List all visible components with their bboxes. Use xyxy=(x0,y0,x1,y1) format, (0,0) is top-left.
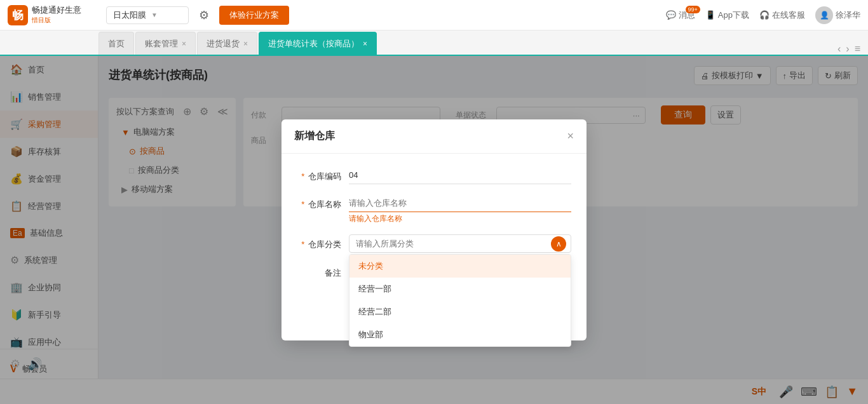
category-dropdown: 未分类 经营一部 经营二部 物业部 xyxy=(349,254,571,347)
code-required-star: * xyxy=(301,172,304,181)
dropdown-item-unclassified[interactable]: 未分类 xyxy=(349,255,571,278)
category-required-star: * xyxy=(301,239,304,249)
tab-purchase-stat-label: 进货单统计表（按商品） xyxy=(268,38,359,50)
dropdown-item-dept1[interactable]: 经营一部 xyxy=(349,278,571,300)
tab-home[interactable]: 首页 xyxy=(98,32,134,55)
category-toggle-btn[interactable]: ∧ xyxy=(551,236,566,252)
store-name: 日太阳膜 xyxy=(113,10,146,21)
tab-accounts-close[interactable]: × xyxy=(182,39,186,48)
code-label: * 仓库编码 xyxy=(297,166,341,182)
category-label: * 仓库分类 xyxy=(297,234,341,250)
app-download-btn[interactable]: 📱 App下载 xyxy=(705,10,749,21)
online-service-btn[interactable]: 🎧 在线客服 xyxy=(759,10,805,21)
tab-purchase-return-close[interactable]: × xyxy=(243,39,248,48)
tab-purchase-return-label: 进货退货 xyxy=(207,38,240,50)
modal-backdrop: 新增仓库 × * 仓库编码 * 仓库名称 xyxy=(0,56,868,404)
tab-purchase-return[interactable]: 进货退货 × xyxy=(197,32,257,55)
dropdown-item-dept2[interactable]: 经营二部 xyxy=(349,300,571,323)
tab-purchase-stat-close[interactable]: × xyxy=(363,39,367,48)
category-input[interactable] xyxy=(349,234,571,253)
tab-menu-icon[interactable]: ≡ xyxy=(855,43,860,55)
header-right: 💬 消息 99+ 📱 App下载 🎧 在线客服 👤 徐泽华 xyxy=(666,6,860,24)
logo-sub-text: 惜目版 xyxy=(32,16,81,25)
store-selector[interactable]: 日太阳膜 ▼ xyxy=(106,6,189,24)
name-error-tip: 请输入仓库名称 xyxy=(349,213,571,224)
trial-button[interactable]: 体验行业方案 xyxy=(219,6,289,25)
tab-accounts[interactable]: 账套管理 × xyxy=(135,32,196,55)
code-input[interactable] xyxy=(349,166,571,184)
remark-label: 备注 xyxy=(297,263,341,279)
code-field-group: * 仓库编码 xyxy=(297,166,571,184)
tab-bar: 首页 账套管理 × 进货退货 × 进货单统计表（按商品） × ‹ › ≡ xyxy=(0,30,868,56)
user-avatar: 👤 xyxy=(815,6,833,24)
category-field-group: * 仓库分类 ∧ 未分类 经营一部 经营二部 物业部 xyxy=(297,234,571,253)
headset-icon: 🎧 xyxy=(759,10,770,20)
phone-icon: 📱 xyxy=(705,10,715,20)
tab-bar-actions: ‹ › ≡ xyxy=(830,43,868,55)
code-field-wrap xyxy=(349,166,571,184)
notification-btn[interactable]: 💬 消息 99+ xyxy=(666,10,695,21)
top-header: 畅 畅捷通好生意 惜目版 日太阳膜 ▼ ⚙ 体验行业方案 💬 消息 99+ 📱 … xyxy=(0,0,868,30)
modal-title: 新增仓库 xyxy=(294,130,335,143)
name-input[interactable] xyxy=(349,194,571,212)
logo-text: 畅捷通好生意 惜目版 xyxy=(32,5,81,25)
modal-header: 新增仓库 × xyxy=(281,119,587,154)
logo-icon: 畅 xyxy=(8,5,28,25)
category-select-wrap: ∧ 未分类 经营一部 经营二部 物业部 xyxy=(349,234,571,253)
tab-prev-icon[interactable]: ‹ xyxy=(837,43,841,55)
gear-button[interactable]: ⚙ xyxy=(194,5,214,25)
notification-badge: 99+ xyxy=(686,6,700,13)
tab-next-icon[interactable]: › xyxy=(846,43,849,55)
name-label: * 仓库名称 xyxy=(297,194,341,210)
tab-home-label: 首页 xyxy=(108,38,125,50)
logo-area: 畅 畅捷通好生意 惜目版 xyxy=(8,5,106,25)
modal-close-btn[interactable]: × xyxy=(567,130,574,143)
tab-purchase-stat[interactable]: 进货单统计表（按商品） × xyxy=(259,32,377,55)
name-required-star: * xyxy=(301,199,304,209)
modal-body: * 仓库编码 * 仓库名称 请输入仓库名称 xyxy=(281,154,587,301)
store-dropdown-arrow: ▼ xyxy=(151,11,158,18)
user-menu[interactable]: 👤 徐泽华 xyxy=(815,6,860,24)
dropdown-item-property[interactable]: 物业部 xyxy=(349,323,571,346)
name-field-wrap: 请输入仓库名称 xyxy=(349,194,571,224)
name-field-group: * 仓库名称 请输入仓库名称 xyxy=(297,194,571,224)
new-warehouse-modal: 新增仓库 × * 仓库编码 * 仓库名称 xyxy=(281,119,587,340)
tab-accounts-label: 账套管理 xyxy=(145,38,178,50)
message-icon: 💬 xyxy=(666,10,676,20)
logo-main-text: 畅捷通好生意 xyxy=(32,5,81,16)
